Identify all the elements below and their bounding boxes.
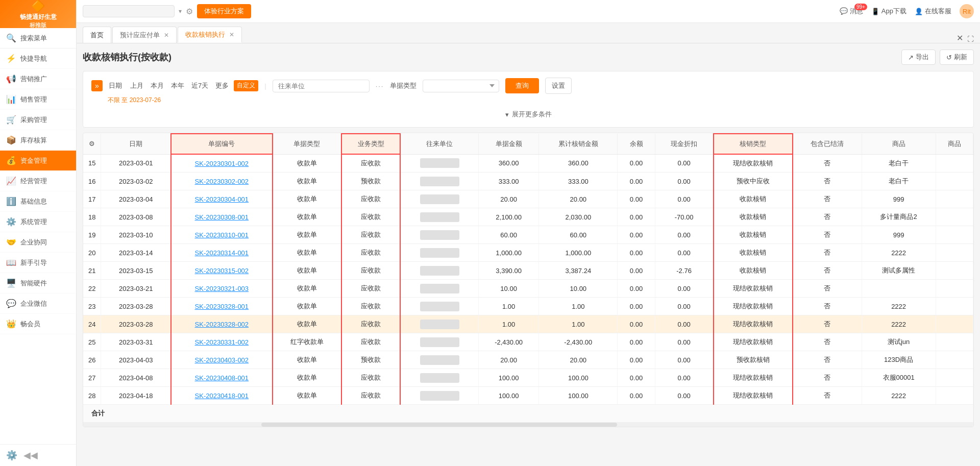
- doc-no-link[interactable]: SK-20230315-002: [195, 267, 249, 275]
- td-included: 否: [793, 262, 862, 280]
- doc-no-link[interactable]: SK-20230328-002: [195, 321, 249, 328]
- sidebar-item-finance[interactable]: 💰 资金管理: [0, 151, 76, 171]
- td-date: 2023-03-15: [101, 262, 171, 280]
- expand-more-btn[interactable]: ▾ 展开更多条件: [91, 108, 965, 121]
- data-table: ⚙ 日期 单据编号 单据类型 业务类型 往来单位 单据金额 累计核销金额 余额 …: [83, 133, 973, 423]
- td-doc-type: 收款单: [273, 244, 341, 262]
- online-service-btn[interactable]: 👤 在线客服: [915, 7, 951, 16]
- td-amount: 100.00: [479, 387, 539, 405]
- collapse-icon[interactable]: ◀◀: [23, 450, 38, 461]
- table-row: 16 2023-03-02 SK-20230302-002 收款单 预收款 ██…: [83, 173, 973, 190]
- sidebar-item-search[interactable]: 🔍 搜索菜单: [0, 28, 76, 48]
- sidebar-item-purchase[interactable]: 🛒 采购管理: [0, 110, 76, 130]
- sidebar-item-operations[interactable]: 📈 经营管理: [0, 171, 76, 191]
- page-header: 收款核销执行(按收款) ↗ 导出 ↺ 刷新: [83, 50, 974, 65]
- sidebar-item-sales[interactable]: 📊 销售管理: [0, 89, 76, 110]
- filter-row-1: » 日期 上月 本月 本年 近7天 更多 自定义 | ··· 单据类型 查询: [91, 78, 965, 94]
- doc-no-link[interactable]: SK-20230418-001: [195, 392, 249, 400]
- sidebar-item-vip[interactable]: 👑 畅会员: [0, 314, 76, 334]
- td-goods2: [936, 154, 973, 173]
- td-goods2: [936, 262, 973, 280]
- doc-no-link[interactable]: SK-20230331-002: [195, 338, 249, 346]
- tab-home[interactable]: 首页: [83, 27, 111, 43]
- doc-no-link[interactable]: SK-20230403-002: [195, 356, 249, 364]
- doc-no-link[interactable]: SK-20230310-001: [195, 231, 249, 239]
- doc-no-link[interactable]: SK-20230304-001: [195, 195, 249, 203]
- td-partner: ████: [400, 387, 478, 405]
- sidebar-item-weixin[interactable]: 💬 企业微信: [0, 293, 76, 314]
- tabbar-expand[interactable]: ⛶: [967, 35, 974, 43]
- query-btn[interactable]: 查询: [505, 78, 539, 93]
- settings-btn[interactable]: 设置: [545, 78, 572, 94]
- td-cancel-type: 收款核销: [714, 190, 793, 208]
- settings-icon[interactable]: ⚙️: [6, 450, 17, 461]
- refresh-btn[interactable]: ↺ 刷新: [940, 50, 974, 65]
- td-amount: 2,100.00: [479, 208, 539, 226]
- td-cancel-type: 收款核销: [714, 208, 793, 226]
- date-this-month[interactable]: 本月: [149, 80, 166, 91]
- th-gear[interactable]: ⚙: [83, 134, 101, 154]
- topbar-search-input[interactable]: [83, 5, 175, 17]
- td-doc-no: SK-20230308-001: [171, 208, 273, 226]
- doc-no-link[interactable]: SK-20230321-003: [195, 285, 249, 292]
- doc-no-link[interactable]: SK-20230308-001: [195, 213, 249, 221]
- th-biz-type: 业务类型: [341, 134, 400, 154]
- date-more[interactable]: 更多: [213, 80, 231, 91]
- td-partner: ████: [400, 262, 478, 280]
- td-balance: 0.00: [618, 154, 655, 173]
- td-goods2: [936, 173, 973, 190]
- sidebar-item-collab[interactable]: 🤝 企业协同: [0, 232, 76, 253]
- td-included: 否: [793, 226, 862, 244]
- td-amount: 333.00: [479, 173, 539, 190]
- industry-btn[interactable]: 体验行业方案: [197, 4, 251, 18]
- td-doc-type: 收款单: [273, 369, 341, 387]
- tab-cancellation[interactable]: 收款核销执行 ✕: [178, 27, 242, 43]
- date-last-month[interactable]: 上月: [128, 80, 145, 91]
- partner-input[interactable]: [273, 80, 370, 92]
- topbar-gear-icon[interactable]: ⚙: [186, 7, 193, 16]
- td-partner: ████: [400, 208, 478, 226]
- td-doc-no: SK-20230408-001: [171, 369, 273, 387]
- date-7days[interactable]: 近7天: [189, 80, 210, 91]
- td-date: 2023-04-18: [101, 387, 171, 405]
- td-no: 15: [83, 154, 101, 173]
- export-btn[interactable]: ↗ 导出: [901, 50, 936, 65]
- user-avatar[interactable]: Rit: [960, 4, 974, 18]
- sidebar-item-system[interactable]: ⚙️ 系统管理: [0, 212, 76, 232]
- tab-prepayment-close[interactable]: ✕: [164, 32, 169, 39]
- td-amount: 1.00: [479, 315, 539, 333]
- td-date: 2023-03-08: [101, 208, 171, 226]
- doc-no-link[interactable]: SK-20230408-001: [195, 374, 249, 382]
- notification-badge: 99+: [854, 4, 867, 10]
- sidebar-item-shortcut[interactable]: ⚡ 快捷导航: [0, 48, 76, 69]
- date-custom[interactable]: 自定义: [234, 80, 258, 91]
- doc-no-link[interactable]: SK-20230302-002: [195, 178, 249, 185]
- doc-type-select[interactable]: [423, 80, 499, 92]
- table-row: 28 2023-04-18 SK-20230418-001 收款单 应收款 ██…: [83, 387, 973, 405]
- topbar-dropdown-arrow[interactable]: ▾: [179, 8, 182, 15]
- doc-no-link[interactable]: SK-20230314-001: [195, 249, 249, 257]
- sidebar-item-basic-info[interactable]: ℹ️ 基础信息: [0, 191, 76, 212]
- sidebar-item-inventory[interactable]: 📦 库存核算: [0, 130, 76, 151]
- tab-prepayment[interactable]: 预计应应付单 ✕: [112, 27, 177, 43]
- td-included: 否: [793, 190, 862, 208]
- app-download-btn[interactable]: 📱 App下载: [871, 7, 906, 16]
- doc-no-link[interactable]: SK-20230301-002: [195, 160, 249, 167]
- th-goods1: 商品: [862, 134, 936, 154]
- chevron-down-icon: ▾: [505, 111, 509, 118]
- th-discount: 现金折扣: [655, 134, 713, 154]
- tabbar-close-all[interactable]: ✕: [957, 33, 963, 43]
- tab-cancellation-close[interactable]: ✕: [229, 31, 234, 38]
- filter-collapse-btn[interactable]: »: [91, 80, 103, 91]
- sidebar-item-guide[interactable]: 📖 新手引导: [0, 253, 76, 273]
- td-no: 16: [83, 173, 101, 190]
- td-included: 否: [793, 333, 862, 351]
- td-no: 26: [83, 351, 101, 369]
- sidebar-item-hardware[interactable]: 🖥️ 智能硬件: [0, 273, 76, 293]
- notification-icon[interactable]: 💬 消息 99+: [840, 7, 863, 16]
- sidebar-item-label: 经营管理: [20, 177, 47, 186]
- sidebar-item-marketing[interactable]: 📢 营销推广: [0, 69, 76, 89]
- table-scroll-bar[interactable]: [83, 423, 973, 427]
- date-this-year[interactable]: 本年: [169, 80, 186, 91]
- doc-no-link[interactable]: SK-20230328-001: [195, 303, 249, 310]
